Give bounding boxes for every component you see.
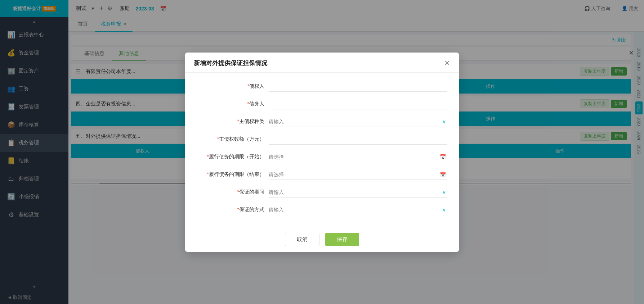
zhuzhaizhonglei-select-wrap: ∨ — [269, 117, 447, 127]
calendar-end-icon[interactable]: 📅 — [440, 172, 446, 177]
modal-close-button[interactable]: ✕ — [444, 59, 450, 67]
form-row-zhuzhaishue: *主债权数额（万元） — [197, 134, 447, 145]
modal-title: 新增对外提供保证担保情况 — [194, 59, 267, 67]
modal-header: 新增对外提供保证担保情况 ✕ — [185, 53, 459, 73]
modal-overlay: 新增对外提供保证担保情况 ✕ *债权人 *债务人 * — [0, 0, 644, 304]
baozhenqijian-select-wrap: ∨ — [269, 187, 447, 198]
zhaiwuren-input[interactable] — [269, 99, 447, 109]
zhaiquanren-label: *债权人 — [197, 83, 269, 90]
form-row-zhaiwuren: *债务人 — [197, 99, 447, 109]
form-row-baozhenfangshi: *保证的方式 ∨ — [197, 205, 447, 215]
zhuzhaizhonglei-label: *主债权种类 — [197, 118, 269, 125]
baozhenfangshi-select-wrap: ∨ — [269, 205, 447, 215]
baozhenfangshi-label: *保证的方式 — [197, 207, 269, 213]
lxqixian-end-wrap: 📅 — [269, 169, 447, 180]
zhuzhaizhonglei-select[interactable] — [269, 117, 447, 127]
cancel-button[interactable]: 取消 — [285, 233, 319, 246]
zhuzhaishue-input[interactable] — [269, 134, 447, 145]
lxqixian-start-wrap: 📅 — [269, 152, 447, 162]
save-button[interactable]: 保存 — [325, 233, 359, 246]
baozhenqijian-label: *保证的期间 — [197, 189, 269, 195]
lxqixian-start-input[interactable] — [269, 152, 447, 162]
zhaiquanren-input[interactable] — [269, 81, 447, 92]
form-row-zhaiquanren: *债权人 — [197, 81, 447, 92]
modal-body: *债权人 *债务人 *主债权种类 ∨ — [185, 73, 459, 227]
zhuzhaishue-label: *主债权数额（万元） — [197, 136, 269, 142]
lxqixian-end-label: *履行债务的期限（结束） — [197, 171, 269, 178]
lxqixian-start-label: *履行债务的期限（开始） — [197, 154, 269, 160]
zhaiwuren-label: *债务人 — [197, 101, 269, 107]
form-row-zhuzhaizhonglei: *主债权种类 ∨ — [197, 117, 447, 127]
form-row-baozhenqijian: *保证的期间 ∨ — [197, 187, 447, 198]
baozhenqijian-select[interactable] — [269, 187, 447, 197]
baozhenfangshi-select[interactable] — [269, 205, 447, 215]
calendar-start-icon[interactable]: 📅 — [440, 154, 446, 160]
modal-footer: 取消 保存 — [185, 227, 459, 252]
modal-dialog: 新增对外提供保证担保情况 ✕ *债权人 *债务人 * — [185, 53, 459, 252]
form-row-lxqixian-start: *履行债务的期限（开始） 📅 — [197, 152, 447, 162]
lxqixian-end-input[interactable] — [269, 169, 447, 180]
form-row-lxqixian-end: *履行债务的期限（结束） 📅 — [197, 169, 447, 180]
